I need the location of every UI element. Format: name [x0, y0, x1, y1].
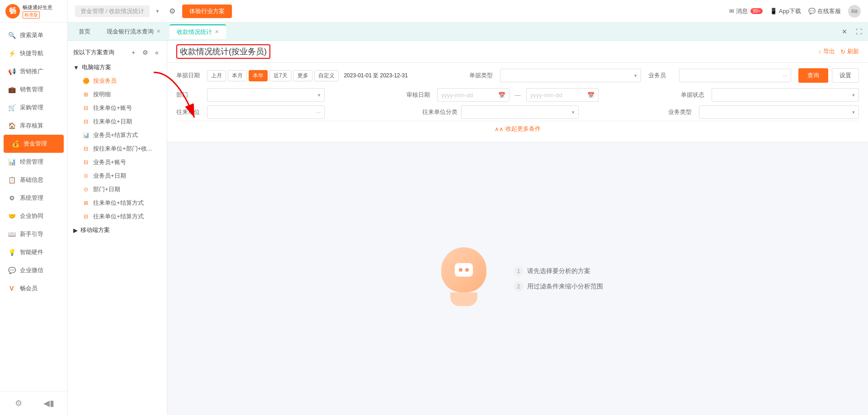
date-field: 单据日期 上月 本月 本年 近7天 更多 自定义 2023-01-01 至 20… — [176, 70, 462, 81]
page-content: 按以下方案查询 + ⚙ « ▼ 电脑端方案 🟠 按业务员 — [68, 41, 868, 415]
partner-date-icon: ⊟ — [82, 118, 90, 125]
sidebar-item-search-menu[interactable]: 🔍 搜索菜单 — [0, 26, 67, 44]
sidebar-item-system[interactable]: ⚙ 系统管理 — [0, 189, 67, 207]
scheme-category-mobile[interactable]: ▶ 移动端方案 — [68, 223, 167, 237]
page-title-actions: ↑ 导出 ↻ 刷新 — [819, 47, 859, 56]
business-type-label: 业务类型 — [668, 108, 695, 116]
scheme-item-salesman-settle[interactable]: 📊 业务员+结算方式 — [73, 128, 167, 142]
scheme-item-partner-dept[interactable]: ⊟ 按往来单位+部门+收... — [73, 142, 167, 156]
tab-bank-close[interactable]: ✕ — [156, 28, 160, 34]
scheme-item-partner-date[interactable]: ⊟ 往来单位+日期 — [73, 115, 167, 128]
scheme-item-dept-date[interactable]: ⊙ 部门+日期 — [73, 183, 167, 196]
sidebar-item-inventory[interactable]: 🏠 库存核算 — [0, 117, 67, 135]
app-download-action[interactable]: 📱 App下载 — [770, 7, 801, 15]
robot-eye-left — [459, 268, 462, 272]
type-select[interactable]: ▾ — [500, 69, 641, 82]
sidebar-item-finance[interactable]: 💰 资金管理 — [4, 135, 64, 153]
scheme-collapse-btn[interactable]: « — [152, 48, 161, 57]
scheme-item-partner-account[interactable]: ⊟ 往来单位+账号 — [73, 101, 167, 115]
dept-select[interactable]: ▾ — [207, 88, 325, 102]
sidebar-settings-btn[interactable]: ⚙ — [5, 397, 32, 410]
sidebar-item-purchase[interactable]: 🛒 采购管理 — [0, 99, 67, 117]
refresh-icon: ↻ — [840, 48, 845, 55]
partner-select[interactable]: ··· — [207, 105, 325, 119]
date-btn-cur-year[interactable]: 本年 — [249, 70, 268, 81]
dropdown-arrow[interactable]: ▾ — [153, 7, 162, 16]
scheme-item-partner-settle1[interactable]: ⊞ 往来单位+结算方式 — [73, 196, 167, 210]
review-date-end[interactable]: yyyy-mm-dd 📅 — [526, 88, 599, 102]
date-range-display: 2023-01-01 至 2023-12-31 — [344, 72, 408, 80]
tab-bank[interactable]: 现金银行流水查询 ✕ — [99, 25, 168, 38]
sidebar-item-basic-info[interactable]: 📋 基础信息 — [0, 171, 67, 189]
review-date-label: 审核日期 — [406, 91, 434, 99]
sidebar-collapse-btn[interactable]: ◀▮ — [36, 397, 62, 410]
service-action[interactable]: 💬 在线客服 — [808, 7, 841, 15]
scheme-item-partner-settle2[interactable]: ⊟ 往来单位+结算方式 — [73, 210, 167, 223]
scheme-item-salesman-date[interactable]: ⊙ 业务员+日期 — [73, 169, 167, 183]
partner-dept-icon: ⊟ — [82, 145, 90, 152]
query-button[interactable]: 查询 — [798, 68, 828, 83]
scheme-panel-title: 按以下方案查询 — [73, 48, 114, 57]
scheme-item-by-salesman[interactable]: 🟠 按业务员 — [73, 74, 167, 88]
scheme-add-btn[interactable]: + — [129, 48, 138, 57]
status-field: 单据状态 ▾ — [681, 88, 859, 102]
sidebar-item-enterprise[interactable]: 🤝 企业协同 — [0, 207, 67, 225]
status-select[interactable]: ▾ — [712, 88, 859, 102]
dept-field: 部门 ▾ — [176, 88, 399, 102]
user-avatar[interactable]: Rit — [848, 5, 861, 18]
sidebar-item-guide[interactable]: 📖 新手引导 — [0, 225, 67, 243]
export-btn[interactable]: ↑ 导出 — [819, 47, 835, 56]
date-btn-custom[interactable]: 自定义 — [314, 70, 339, 81]
date-btn-prev-month[interactable]: 上月 — [207, 70, 226, 81]
tab-collection[interactable]: 收款情况统计 ✕ — [170, 24, 226, 39]
sidebar-item-sales[interactable]: 💼 销售管理 — [0, 80, 67, 99]
sidebar-item-marketing[interactable]: 📢 营销推广 — [0, 62, 67, 80]
salesman-label: 业务员 — [648, 71, 675, 80]
header-settings-icon[interactable]: ⚙ — [166, 5, 179, 18]
tab-close-all-btn[interactable]: ✕ — [839, 26, 850, 37]
date-btn-more[interactable]: 更多 — [293, 70, 312, 81]
purchase-icon: 🛒 — [7, 103, 16, 112]
scheme-category-desktop[interactable]: ▼ 电脑端方案 — [68, 61, 167, 74]
message-action[interactable]: ✉ 消息 99+ — [729, 7, 763, 15]
page-title-bar: 收款情况统计(按业务员) ↑ 导出 ↻ 刷新 — [167, 41, 868, 63]
review-date-field: 审核日期 yyyy-mm-dd 📅 — yyyy-mm-dd 📅 — [406, 88, 674, 102]
sidebar-item-operation[interactable]: 📊 经营管理 — [0, 153, 67, 171]
collapse-bar[interactable]: ∧∧ 收起更多条件 — [176, 121, 859, 137]
calendar-icon-2: 📅 — [587, 92, 594, 99]
salesman-item-icon: 🟠 — [82, 77, 90, 85]
search-row-1: 单据日期 上月 本月 本年 近7天 更多 自定义 2023-01-01 至 20… — [176, 68, 859, 83]
header-left: 资金管理 / 收款情况统计 ▾ ⚙ 体验行业方案 — [75, 5, 232, 18]
partner-category-label: 往来单位分类 — [422, 108, 458, 116]
biz-type-arrow: ▾ — [852, 109, 855, 115]
salesman-select[interactable]: ··· — [679, 69, 791, 82]
tab-expand-btn[interactable]: ⛶ — [854, 26, 864, 37]
partner-account-icon: ⊟ — [82, 104, 90, 112]
scheme-item-salesman-account[interactable]: ⊟ 业务员+账号 — [73, 156, 167, 169]
robot-body — [450, 292, 477, 306]
status-label: 单据状态 — [681, 91, 708, 99]
trial-button[interactable]: 体验行业方案 — [182, 5, 232, 18]
tab-collection-close[interactable]: ✕ — [215, 29, 219, 35]
date-btn-7days[interactable]: 近7天 — [269, 70, 292, 81]
scheme-panel: 按以下方案查询 + ⚙ « ▼ 电脑端方案 🟠 按业务员 — [68, 41, 167, 415]
breadcrumb: 资金管理 / 收款情况统计 — [75, 5, 150, 17]
sidebar-item-wechat[interactable]: 💬 企业微信 — [0, 261, 67, 279]
scheme-settings-btn[interactable]: ⚙ — [141, 48, 150, 57]
date-btn-cur-month[interactable]: 本月 — [228, 70, 247, 81]
header-right: ✉ 消息 99+ 📱 App下载 💬 在线客服 Rit — [729, 5, 861, 18]
refresh-btn[interactable]: ↻ 刷新 — [840, 47, 859, 56]
scheme-panel-header: 按以下方案查询 + ⚙ « — [68, 46, 167, 61]
sidebar-item-smart-hw[interactable]: 💡 智能硬件 — [0, 243, 67, 261]
settings-button[interactable]: 设置 — [832, 68, 859, 83]
sidebar-item-member[interactable]: V 畅会员 — [0, 279, 67, 297]
top-header: 资金管理 / 收款情况统计 ▾ ⚙ 体验行业方案 ✉ 消息 99+ 📱 App下… — [68, 0, 868, 23]
tab-home[interactable]: 首页 — [71, 25, 98, 38]
business-type-select[interactable]: ▾ — [699, 105, 859, 119]
review-date-start[interactable]: yyyy-mm-dd 📅 — [437, 88, 509, 102]
scheme-item-by-detail[interactable]: ⊞ 按明细 — [73, 88, 167, 101]
export-icon: ↑ — [819, 48, 822, 55]
partner-category-select[interactable]: ▾ — [461, 105, 579, 119]
sidebar-item-quick-nav[interactable]: ⚡ 快捷导航 — [0, 44, 67, 62]
empty-illustration — [432, 247, 495, 311]
